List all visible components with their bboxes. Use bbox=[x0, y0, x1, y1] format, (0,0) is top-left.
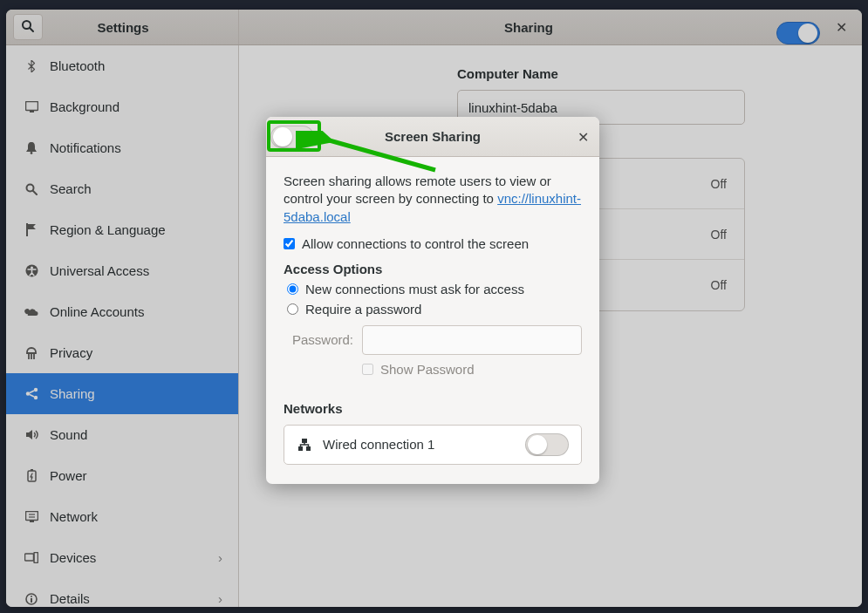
screen-sharing-toggle[interactable] bbox=[270, 126, 314, 148]
network-toggle[interactable] bbox=[525, 433, 569, 456]
show-password-row[interactable]: Show Password bbox=[362, 362, 582, 377]
svg-rect-28 bbox=[306, 446, 311, 451]
wired-network-icon bbox=[297, 438, 312, 452]
close-icon: ✕ bbox=[578, 129, 589, 144]
password-label: Password: bbox=[292, 332, 353, 347]
ask-access-radio-row[interactable]: New connections must ask for access bbox=[287, 282, 582, 296]
dialog-title: Screen Sharing bbox=[266, 129, 599, 144]
allow-control-checkbox[interactable] bbox=[284, 238, 295, 249]
allow-control-label: Allow connections to control the screen bbox=[302, 236, 529, 251]
dialog-header: Screen Sharing ✕ bbox=[266, 117, 599, 157]
toggle-knob bbox=[528, 435, 547, 454]
show-password-checkbox[interactable] bbox=[362, 364, 373, 375]
svg-rect-26 bbox=[302, 439, 307, 443]
require-password-radio-row[interactable]: Require a password bbox=[287, 302, 582, 317]
dialog-close-button[interactable]: ✕ bbox=[578, 128, 589, 145]
toggle-knob bbox=[273, 127, 292, 146]
require-password-label: Require a password bbox=[305, 302, 421, 317]
network-name: Wired connection 1 bbox=[323, 437, 515, 452]
dialog-body: Screen sharing allows remote users to vi… bbox=[266, 157, 599, 484]
dialog-description: Screen sharing allows remote users to vi… bbox=[284, 173, 582, 226]
require-password-radio[interactable] bbox=[287, 303, 298, 315]
ask-access-radio[interactable] bbox=[287, 283, 298, 295]
networks-list: Wired connection 1 bbox=[284, 425, 582, 465]
screen-sharing-dialog: Screen Sharing ✕ Screen sharing allows r… bbox=[266, 117, 599, 484]
svg-rect-27 bbox=[298, 446, 303, 451]
password-input[interactable] bbox=[362, 325, 582, 355]
access-options-title: Access Options bbox=[284, 262, 582, 276]
password-row: Password: bbox=[292, 325, 582, 355]
network-row: Wired connection 1 bbox=[284, 426, 581, 464]
allow-control-checkbox-row[interactable]: Allow connections to control the screen bbox=[284, 236, 582, 251]
networks-title: Networks bbox=[284, 401, 582, 416]
ask-access-label: New connections must ask for access bbox=[305, 282, 524, 296]
show-password-label: Show Password bbox=[380, 362, 475, 377]
